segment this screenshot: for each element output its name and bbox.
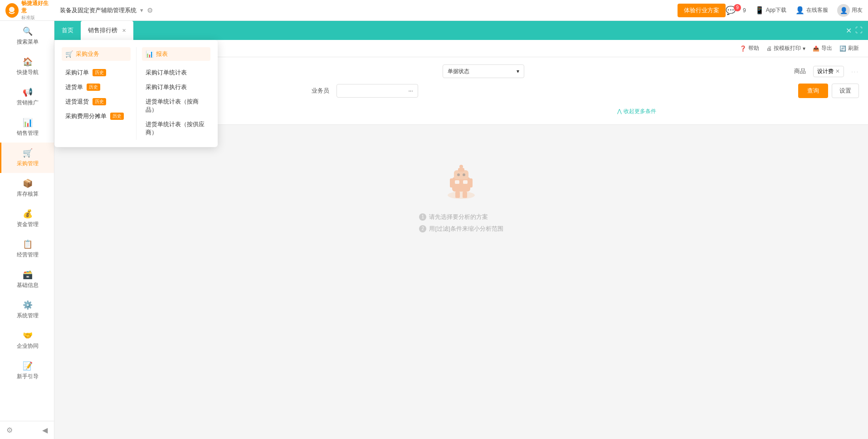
dropdown-item-purchase-order[interactable]: 采购订单 历史 [62, 65, 131, 80]
tab-expand-icon[interactable]: ⛶ [855, 26, 863, 35]
print-action[interactable]: 🖨 按模板打印 ▾ [766, 44, 805, 52]
sales-icon: 📊 [23, 118, 33, 128]
filter-actions: 查询 设置 [798, 84, 859, 98]
sidebar-bottom: ⚙ ◀ [0, 421, 54, 439]
topbar-right: 💬 9 9 📱 App下载 👤 在线客服 👤 用友 [726, 4, 863, 17]
salesman-select[interactable]: ··· [336, 84, 418, 98]
dropdown-report-col: 📊 报表 采购订单统计表 采购订单执行表 进货单统计表（按商品） 进货单统计表（… [142, 47, 211, 140]
goods-label: 商品 [794, 67, 806, 75]
system-dropdown-arrow[interactable]: ▾ [140, 7, 143, 14]
online-service-item[interactable]: 👤 在线客服 [795, 6, 828, 15]
empty-tips: 1 请先选择要分析的方案 2 用[过滤]条件来缩小分析范围 [419, 211, 503, 235]
user-item[interactable]: 👤 用友 [837, 4, 863, 17]
sidebar-item-guide-label: 新手引导 [17, 373, 39, 380]
dropdown-item-goods-return[interactable]: 进货退货 历史 [62, 94, 131, 109]
system-settings-icon[interactable]: ⚙ [147, 6, 153, 15]
dropdown-item-purchase-expense[interactable]: 采购费用分摊单 历史 [62, 109, 131, 123]
svg-rect-8 [463, 192, 467, 198]
print-icon: 🖨 [766, 45, 772, 52]
collapse-text: 收起更多条件 [624, 108, 656, 115]
svg-rect-4 [463, 180, 468, 184]
sidebar-item-sales-label: 销售管理 [17, 129, 39, 137]
setting-btn[interactable]: 设置 [832, 84, 859, 98]
sidebar-item-basic-label: 基础信息 [17, 281, 39, 289]
query-btn[interactable]: 查询 [798, 84, 828, 98]
dropdown-item-receipt-goods[interactable]: 进货单统计表（按商品） [142, 94, 211, 117]
user-name: 用友 [852, 6, 863, 14]
dropdown-purchase-header: 🛒 采购业务 [62, 47, 131, 61]
help-action[interactable]: ❓ 帮助 [740, 44, 759, 52]
purchase-order-label: 采购订单 [65, 69, 89, 77]
tab-close-all-icon[interactable]: ✕ [846, 26, 852, 35]
svg-point-11 [463, 173, 465, 176]
help-label: 帮助 [748, 44, 759, 52]
dropdown-item-goods-receipt[interactable]: 进货单 历史 [62, 80, 131, 94]
system-name-text: 装备及固定资产辅助管理系统 [60, 6, 137, 15]
sidebar-settings-icon[interactable]: ⚙ [6, 426, 13, 434]
svg-point-13 [459, 165, 463, 168]
goods-tag-text: 设计费 [817, 68, 834, 75]
sidebar: 🔍 搜索菜单 🏠 快捷导航 📢 营销推广 📊 销售管理 🛒 采购管理 📦 库存核… [0, 21, 54, 439]
export-label: 导出 [821, 44, 832, 52]
dropdown-report-title: 报表 [156, 50, 168, 58]
enterprise-icon: 🤝 [23, 330, 33, 340]
dropdown-item-po-stats[interactable]: 采购订单统计表 [142, 65, 211, 80]
sidebar-item-operation[interactable]: 📋 经营管理 [0, 234, 54, 264]
salesman-more-dots[interactable]: ··· [408, 88, 413, 94]
logo: 畅捷通好生意 标准版 [5, 0, 51, 20]
voucher-status-label: 单据状态 [448, 68, 469, 75]
purchase-icon: 🛒 [23, 148, 33, 158]
sidebar-item-search[interactable]: 🔍 搜索菜单 [0, 21, 54, 51]
voucher-status-dropdown-icon: ▾ [517, 68, 519, 74]
receipt-goods-label: 进货单统计表（按商品） [146, 98, 207, 114]
sidebar-item-basic[interactable]: 🗃️ 基础信息 [0, 264, 54, 295]
user-avatar: 👤 [837, 4, 850, 17]
industry-btn[interactable]: 体验行业方案 [678, 4, 726, 17]
app-download-item[interactable]: 📱 App下载 [755, 6, 786, 15]
sidebar-item-finance[interactable]: 💰 资金管理 [0, 203, 54, 234]
inventory-icon: 📦 [23, 178, 33, 188]
tab-bar-actions: ✕ ⛶ [846, 26, 868, 35]
svg-rect-6 [469, 178, 473, 187]
sidebar-item-sales[interactable]: 📊 销售管理 [0, 112, 54, 143]
collapse-up-icon: ⋀ [617, 108, 622, 114]
marketing-icon: 📢 [23, 87, 33, 97]
sidebar-item-enterprise[interactable]: 🤝 企业协同 [0, 325, 54, 355]
sidebar-item-system-label: 系统管理 [17, 312, 39, 320]
export-action[interactable]: 📤 导出 [813, 44, 832, 52]
dropdown-purchase-title: 采购业务 [76, 50, 99, 58]
po-exec-label: 采购订单执行表 [146, 83, 187, 91]
refresh-action[interactable]: 🔄 刷新 [839, 44, 859, 52]
sidebar-collapse-icon[interactable]: ◀ [42, 426, 48, 434]
dropdown-cols: 🛒 采购业务 采购订单 历史 进货单 历史 进货退货 历史 采购费用分摊单 历史 [62, 47, 210, 140]
svg-rect-7 [455, 192, 460, 198]
logo-icon [5, 3, 19, 18]
system-icon: ⚙️ [23, 300, 33, 310]
sidebar-item-guide[interactable]: 📝 新手引导 [0, 355, 54, 386]
goods-more-dots[interactable]: ··· [851, 68, 859, 75]
dropdown-item-receipt-supplier[interactable]: 进货单统计表（按供应商） [142, 117, 211, 140]
sidebar-item-purchase[interactable]: 🛒 采购管理 [0, 143, 54, 173]
empty-tip-2-text: 用[过滤]条件来缩小分析范围 [429, 223, 503, 235]
system-name-area: 装备及固定资产辅助管理系统 ▾ ⚙ [60, 6, 678, 15]
svg-point-0 [9, 7, 15, 12]
notification-item[interactable]: 💬 9 9 [726, 5, 746, 15]
empty-tip-1-text: 请先选择要分析的方案 [429, 211, 488, 223]
sidebar-item-inventory[interactable]: 📦 库存核算 [0, 173, 54, 203]
dropdown-divider [136, 47, 137, 140]
tab-home[interactable]: 首页 [54, 21, 81, 40]
tab-close-icon[interactable]: ✕ [122, 28, 126, 34]
sidebar-item-marketing[interactable]: 📢 营销推广 [0, 82, 54, 112]
print-dropdown-icon[interactable]: ▾ [803, 45, 805, 52]
voucher-status-select[interactable]: 单据状态 ▾ [443, 64, 524, 78]
tab-sales-rank[interactable]: 销售排行榜 ✕ [81, 21, 133, 40]
sidebar-item-quick-nav[interactable]: 🏠 快捷导航 [0, 51, 54, 82]
sidebar-item-purchase-label: 采购管理 [17, 160, 39, 168]
dropdown-item-po-exec[interactable]: 采购订单执行表 [142, 80, 211, 94]
goods-tag-close[interactable]: ✕ [835, 68, 840, 74]
svg-point-1 [448, 192, 475, 199]
goods-return-label: 进货退货 [65, 98, 89, 106]
sidebar-item-system[interactable]: ⚙️ 系统管理 [0, 295, 54, 325]
refresh-icon: 🔄 [839, 45, 846, 52]
collapse-more-btn[interactable]: ⋀ 收起更多条件 [617, 108, 656, 115]
